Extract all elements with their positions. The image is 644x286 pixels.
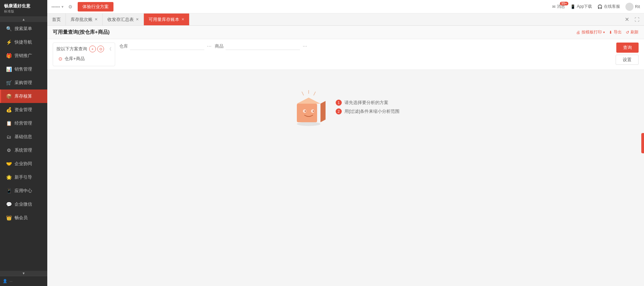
- user-avatar-icon: 👤: [3, 279, 7, 283]
- printer-icon: 🖨: [576, 30, 580, 35]
- sidebar-item-label: 销售管理: [15, 66, 32, 72]
- gift-icon: 🎁: [6, 53, 12, 58]
- sidebar-item-basic[interactable]: 🗂 基础信息: [0, 130, 47, 144]
- sidebar-item-biz[interactable]: 📋 经营管理: [0, 116, 47, 130]
- sidebar-item-label: 采购管理: [15, 80, 32, 86]
- main-area: ▪▪▪▪▪▪ ▾ ⚙ 体验行业方案 ✉ 消息 99+ 📱 App下载 🎧 在线客…: [47, 0, 644, 286]
- sidebar-item-new-guide[interactable]: 🌟 新手引导: [0, 171, 47, 184]
- app-download-label: App下载: [577, 4, 592, 9]
- empty-state: 1 请先选择要分析的方案 2 用[过滤]条件来缩小分析范围: [47, 70, 644, 144]
- tab-fullscreen-button[interactable]: ⛶: [633, 16, 641, 23]
- page-title: 可用量查询(按仓库+商品): [53, 29, 110, 35]
- sidebar-scroll-up[interactable]: ▲: [0, 17, 47, 22]
- tab-batch-ledger[interactable]: 库存批次账 ✕: [66, 14, 103, 26]
- goods-input[interactable]: [226, 43, 300, 50]
- sidebar-item-inventory[interactable]: 📦 库存核算: [0, 89, 47, 103]
- tip-item-2: 2 用[过滤]条件来缩小分析范围: [336, 108, 400, 114]
- sidebar-item-app-center[interactable]: 📱 应用中心: [0, 184, 47, 198]
- sidebar-item-marketing[interactable]: 🎁 营销推广: [0, 49, 47, 62]
- tab-recv-summary[interactable]: 收发存汇总表 ✕: [103, 14, 144, 26]
- tab-available-qty-close[interactable]: ✕: [181, 17, 184, 22]
- filter-settings-button[interactable]: 设置: [616, 55, 639, 65]
- sidebar-item-label: 经营管理: [15, 120, 32, 126]
- sidebar-scroll-down[interactable]: ▼: [0, 271, 47, 276]
- sidebar-item-label: 新手引导: [15, 174, 32, 180]
- user-info-area[interactable]: Rit: [625, 3, 640, 11]
- collapse-icon[interactable]: 《: [107, 46, 111, 52]
- industry-solution-button[interactable]: 体验行业方案: [78, 2, 113, 11]
- app-logo: 畅康通好生意 标准版: [0, 0, 47, 17]
- svg-line-10: [314, 92, 315, 95]
- print-chevron-icon: ▾: [603, 30, 605, 34]
- content-area: 可用量查询(按仓库+商品) 🖨 按模板打印 ▾ ⬇ 导出 ↺ 刷新: [47, 26, 644, 286]
- filter-scheme-label: 按以下方案查询: [56, 46, 87, 52]
- sidebar-item-label: 基础信息: [15, 134, 32, 140]
- handshake-icon: 🤝: [6, 161, 12, 166]
- warehouse-input[interactable]: [130, 43, 204, 50]
- sidebar-item-label: 快捷导航: [15, 39, 32, 45]
- svg-rect-1: [297, 104, 317, 122]
- right-edge-handle[interactable]: [641, 133, 644, 153]
- sidebar-item-wechat[interactable]: 💬 企业微信: [0, 198, 47, 211]
- empty-illustration: [292, 90, 326, 127]
- print-button[interactable]: 🖨 按模板打印 ▾: [576, 29, 605, 35]
- sidebar-item-label: 搜索菜单: [15, 26, 32, 32]
- tabs-bar: 首页 库存批次账 ✕ 收发存汇总表 ✕ 可用量库存账本 ✕ ✕ ⛶: [47, 14, 644, 26]
- svg-marker-3: [320, 101, 326, 122]
- empty-tips: 1 请先选择要分析的方案 2 用[过滤]条件来缩小分析范围: [336, 100, 400, 114]
- tab-recv-summary-close[interactable]: ✕: [136, 17, 139, 22]
- user-name: Rit: [635, 4, 640, 9]
- settings-circle-icon: ⊙: [99, 47, 102, 51]
- app-download-button[interactable]: 📱 App下载: [570, 4, 592, 9]
- sidebar-item-finance[interactable]: 💰 资金管理: [0, 103, 47, 116]
- crown-icon: 👑: [6, 215, 12, 220]
- sidebar: 畅康通好生意 标准版 ▲ 🔍 搜索菜单 ⚡ 快捷导航 🎁 营销推广 📊 销售管理…: [0, 0, 47, 286]
- svg-point-6: [305, 110, 306, 112]
- refresh-button[interactable]: ↺ 刷新: [626, 29, 639, 35]
- settings-gear-button[interactable]: ⚙: [66, 2, 75, 11]
- sidebar-item-label: 企业协同: [15, 161, 32, 167]
- tab-close-all-button[interactable]: ✕: [623, 16, 631, 23]
- export-icon: ⬇: [609, 30, 612, 35]
- sidebar-item-sales[interactable]: 📊 销售管理: [0, 62, 47, 76]
- tab-available-qty[interactable]: 可用量库存账本 ✕: [144, 14, 189, 26]
- user-avatar: [625, 3, 634, 11]
- query-button[interactable]: 查询: [616, 43, 639, 53]
- export-label: 导出: [614, 29, 622, 35]
- refresh-icon: ↺: [626, 30, 629, 35]
- sidebar-item-search[interactable]: 🔍 搜索菜单: [0, 22, 47, 35]
- sidebar-item-shortcut[interactable]: ⚡ 快捷导航: [0, 35, 47, 49]
- export-button[interactable]: ⬇ 导出: [609, 29, 622, 35]
- message-icon: ✉: [552, 4, 556, 9]
- filter-action-buttons: 查询 设置: [616, 43, 639, 65]
- add-scheme-button[interactable]: +: [89, 46, 96, 52]
- filter-scheme-header: 按以下方案查询 + ⊙ 《: [56, 46, 111, 52]
- online-service-label: 在线客服: [604, 4, 620, 9]
- online-service-button[interactable]: 🎧 在线客服: [597, 4, 620, 9]
- sidebar-item-enterprise-coop[interactable]: 🤝 企业协同: [0, 157, 47, 171]
- clipboard-icon: 📋: [6, 121, 12, 126]
- chart-icon: 📊: [6, 67, 12, 72]
- sidebar-item-purchase[interactable]: 🛒 采购管理: [0, 76, 47, 89]
- bottom-user-label: ···: [9, 279, 12, 283]
- tab-batch-ledger-close[interactable]: ✕: [95, 17, 98, 22]
- sidebar-item-vip[interactable]: 👑 畅会员: [0, 211, 47, 225]
- svg-point-7: [313, 110, 314, 112]
- scheme-settings-button[interactable]: ⊙: [97, 46, 104, 52]
- print-label: 按模板打印: [582, 29, 602, 35]
- sidebar-item-label: 营销推广: [15, 53, 32, 59]
- topbar-right: ✉ 消息 99+ 📱 App下载 🎧 在线客服 Rit: [552, 3, 640, 11]
- message-count-badge: 99+: [560, 2, 568, 5]
- message-button[interactable]: ✉ 消息 99+: [552, 4, 565, 9]
- scheme-item-label: 仓库+商品: [65, 56, 85, 62]
- warehouse-more-icon[interactable]: ···: [207, 43, 211, 49]
- box-icon: 📦: [6, 94, 12, 99]
- sidebar-bottom: 👤 ···: [0, 276, 47, 286]
- tab-home[interactable]: 首页: [47, 14, 66, 26]
- svg-line-8: [302, 92, 304, 95]
- app-subtitle: 标准版: [4, 9, 43, 14]
- wechat-icon: 💬: [6, 202, 12, 207]
- goods-more-icon[interactable]: ···: [303, 43, 307, 49]
- sidebar-item-system[interactable]: ⚙ 系统管理: [0, 144, 47, 157]
- scheme-item-warehouse-goods[interactable]: ⊙ 仓库+商品: [56, 54, 111, 63]
